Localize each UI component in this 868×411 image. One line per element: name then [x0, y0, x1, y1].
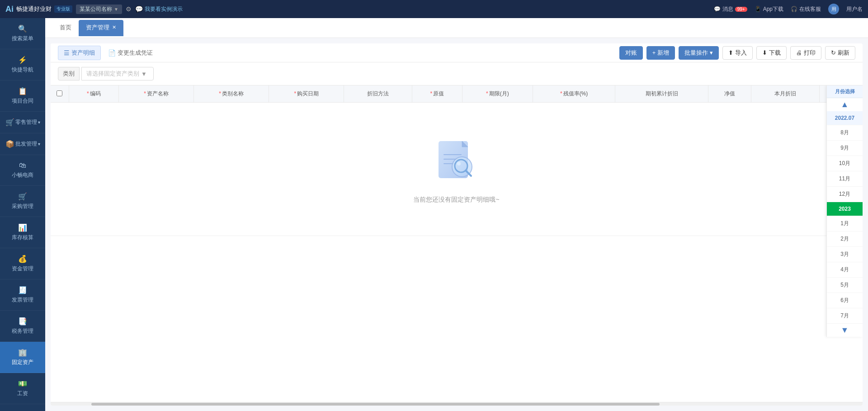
main-body: ☰ 资产明细 📄 变更生成凭证 对账 + 新增 [45, 38, 868, 411]
month-item-2023-3[interactable]: 3月 [827, 247, 863, 262]
user-initial: 用 [831, 6, 836, 13]
inventory-icon: 📊 [18, 223, 27, 232]
month-10-text: 10月 [839, 160, 850, 166]
tab-assets-mgmt[interactable]: 资产管理 ✕ [79, 20, 123, 36]
month-down-button[interactable]: ▼ [839, 324, 851, 337]
app-download-btn[interactable]: 📱 App下载 [755, 5, 783, 13]
category-chevron-icon: ▼ [141, 71, 147, 77]
month-3-2023-text: 3月 [840, 251, 849, 257]
sidebar-item-search[interactable]: 🔍 搜索菜单 [0, 18, 45, 49]
th-category: *类别名称 [194, 85, 269, 103]
subtab-change-voucher-label: 变更生成凭证 [118, 49, 153, 57]
month-11-text: 11月 [839, 175, 850, 182]
month-item-2023-7[interactable]: 7月 [827, 308, 863, 324]
tab-home[interactable]: 首页 [52, 20, 79, 36]
month-item-2023-6[interactable]: 6月 [827, 293, 863, 308]
settings-icon[interactable]: ⚙ [126, 5, 132, 13]
month-12-text: 12月 [839, 191, 850, 197]
refresh-button[interactable]: ↻ 刷新 [825, 46, 855, 60]
company-selector[interactable]: 某某公司名称 ▼ [76, 5, 122, 14]
purchase-icon: 🛒 [18, 192, 27, 201]
th-residual-rate: *残值率(%) [533, 85, 615, 103]
batch-ops-button[interactable]: 批量操作 ▾ [679, 46, 719, 60]
sidebar-item-inventory[interactable]: 📊 库存核算 [0, 217, 45, 248]
batch-chevron-icon: ▾ [710, 49, 713, 56]
sidebar-label-finance: 资金管理 [12, 265, 33, 273]
search-icon: 🔍 [18, 24, 27, 33]
th-name: *资产名称 [118, 85, 193, 103]
month-panel: 月份选择 ▲ 2022.07 8月 9月 10月 11月 12 [826, 85, 863, 337]
main-layout: 🔍 搜索菜单 ⚡ 快捷导航 📋 项目合同 🛒 零售管理 ▾ 📦 批发管理 ▾ 🛍… [0, 18, 868, 411]
month-9-text: 9月 [840, 145, 849, 151]
import-button[interactable]: ⬆ 导入 [722, 46, 753, 60]
th-period: *期限(月) [462, 85, 533, 103]
app-edition: 专业版 [54, 5, 72, 13]
tab-home-label: 首页 [60, 24, 71, 32]
tab-close-icon[interactable]: ✕ [112, 24, 116, 30]
import-label: 导入 [735, 49, 747, 57]
print-label: 打印 [804, 49, 816, 57]
headset-icon: 🎧 [791, 6, 797, 12]
sidebar-item-assets[interactable]: 🏢 固定资产 [0, 342, 45, 373]
month-up-button[interactable]: ▲ [839, 98, 851, 111]
download-button[interactable]: ⬇ 下载 [756, 46, 787, 60]
message-icon: 💬 [714, 6, 721, 12]
subtab-asset-detail[interactable]: ☰ 资产明细 [58, 46, 101, 60]
month-item-2023-1[interactable]: 1月 [827, 216, 863, 231]
online-service-btn[interactable]: 🎧 在线客服 [791, 5, 821, 13]
subtab-change-voucher[interactable]: 📄 变更生成凭证 [103, 46, 158, 60]
print-button[interactable]: 🖨 打印 [790, 46, 821, 60]
sidebar-label-assets: 固定资产 [12, 359, 33, 366]
horizontal-scrollbar[interactable] [51, 402, 863, 406]
sidebar-item-wholesale[interactable]: 📦 批发管理 ▾ [0, 133, 45, 155]
sidebar-item-operations[interactable]: 📈 经营管理 [0, 404, 45, 411]
year-2023-text: 2023 [839, 206, 851, 212]
wholesale-icon: 📦 [5, 140, 14, 148]
category-placeholder: 请选择固定资产类别 [86, 70, 139, 78]
table-header-row: *编码 *资产名称 *类别名称 *购买日期 折旧方法 *原值 *期限(月) *残… [51, 85, 863, 103]
sidebar-item-finance[interactable]: 💰 资金管理 [0, 248, 45, 279]
sidebar-item-invoice[interactable]: 🧾 发票管理 [0, 279, 45, 311]
sidebar-item-quicknav[interactable]: ⚡ 快捷导航 [0, 49, 45, 80]
month-item-2023-2[interactable]: 2月 [827, 231, 863, 247]
year-2022-text: 2022.07 [835, 115, 854, 121]
category-dropdown[interactable]: 请选择固定资产类别 ▼ [81, 67, 154, 80]
payroll-icon: 💵 [18, 379, 27, 388]
user-avatar[interactable]: 用 [828, 4, 839, 14]
sidebar-item-ecommerce[interactable]: 🛍 小畅电商 [0, 155, 45, 186]
month-item-8[interactable]: 8月 [827, 125, 863, 141]
sidebar-item-purchase[interactable]: 🛒 采购管理 [0, 186, 45, 217]
select-all-checkbox[interactable] [57, 90, 62, 96]
table-area: *编码 *资产名称 *类别名称 *购买日期 折旧方法 *原值 *期限(月) *残… [51, 85, 863, 402]
svg-point-9 [457, 162, 461, 165]
sidebar-label-search: 搜索菜单 [12, 35, 33, 43]
reconcile-button[interactable]: 对账 [619, 46, 643, 60]
download-label: 下载 [769, 49, 781, 57]
top-bar-right: 💬 消息 99+ 📱 App下载 🎧 在线客服 用 用户名 [714, 4, 863, 14]
message-btn[interactable]: 💬 消息 99+ [714, 5, 747, 13]
month-item-9[interactable]: 9月 [827, 141, 863, 156]
th-checkbox [51, 85, 69, 103]
sidebar-item-tax[interactable]: 📑 税务管理 [0, 311, 45, 342]
list-icon: ☰ [64, 49, 70, 57]
sidebar-item-contract[interactable]: 📋 项目合同 [0, 80, 45, 112]
empty-state-cell: 当前您还没有固定资产明细哦~ [51, 103, 863, 236]
month-7-2023-text: 7月 [840, 312, 849, 319]
month-item-2023-5[interactable]: 5月 [827, 278, 863, 293]
empty-illustration [429, 134, 484, 189]
top-bar: Ai 畅捷通好业财 专业版 某某公司名称 ▼ ⚙ 💬 我要看实例演示 💬 消息 … [0, 0, 868, 18]
month-panel-title: 月份选择 [827, 85, 863, 98]
demo-link[interactable]: 💬 我要看实例演示 [135, 5, 183, 13]
month-item-11[interactable]: 11月 [827, 171, 863, 187]
year-2022-label[interactable]: 2022.07 [827, 111, 863, 125]
month-item-2023-4[interactable]: 4月 [827, 262, 863, 278]
sidebar-label-quicknav: 快捷导航 [12, 66, 33, 74]
month-item-10[interactable]: 10月 [827, 156, 863, 171]
sidebar-item-payroll[interactable]: 💵 工资 [0, 373, 45, 404]
add-new-button[interactable]: + 新增 [646, 46, 675, 60]
month-item-12[interactable]: 12月 [827, 187, 863, 202]
sidebar-item-retail[interactable]: 🛒 零售管理 ▾ [0, 112, 45, 133]
assets-icon: 🏢 [18, 348, 27, 357]
year-2023-label[interactable]: 2023 [827, 202, 863, 216]
month-4-2023-text: 4月 [840, 266, 849, 273]
